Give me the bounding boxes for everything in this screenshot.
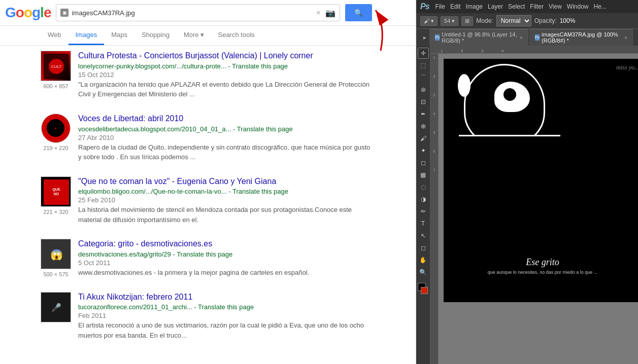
result-title[interactable]: Categoria: grito - desmotivaciones.es [78,239,212,248]
result-url[interactable]: tucorazonflorece.com/2011_01_archi... - … [78,303,375,311]
move-tool-icon[interactable]: ✛ [418,48,429,59]
ps-menu-image[interactable]: Image [466,3,483,10]
ps-canvas[interactable]: miss yo... Ese grito que aunque lo neces… [439,54,638,364]
thumb-size: 219 × 220 [43,145,68,151]
google-panel: Google ▣ × 📷 🔍 Web Images Maps Shopping … [0,0,416,364]
eraser-icon[interactable]: ◻ [418,157,429,168]
zoom-tool-icon[interactable]: 🔍 [418,267,429,278]
dodge-tool-icon[interactable]: ◑ [418,194,429,205]
thumb-image[interactable]: CULT [41,51,71,81]
result-date: 25 Feb 2010 [78,196,375,204]
result-thumbnail: CULT 600 × 857 [41,51,71,99]
nav-web[interactable]: Web [41,26,69,45]
miss-you-text: miss yo... [616,64,638,71]
ps-menu: File Edit Image Layer Select Filter View… [435,3,607,10]
ps-logo: Ps [420,2,429,11]
ps-tab-image[interactable]: Ps imagesCAM37RA.jpg @ 100% (RGB/8#) * × [529,29,633,46]
ps-tabs-area: ▸ Ps Untitled-1 @ 96.8% (Layer 14, RGB/8… [416,29,638,46]
nav-search-tools[interactable]: Search tools [211,26,262,45]
result-date: 15 Oct 2012 [78,71,375,79]
search-bar: ▣ × 📷 [56,4,340,21]
ruler-mark-3: 3 [481,49,501,53]
ps-tab-close[interactable]: × [624,35,627,41]
nav-images[interactable]: Images [69,26,105,45]
pen-tool-icon[interactable]: ✏ [418,206,429,217]
ps-tab-label: Untitled-1 @ 96.8% (Layer 14, RGB/8) * [442,31,518,44]
ps-tab-label: imagesCAM37RA.jpg @ 100% (RGB/8#) * [542,31,622,44]
path-selection-icon[interactable]: ↖ [418,230,429,241]
healing-brush-icon[interactable]: ⊕ [418,121,429,132]
thumb-image[interactable]: QUENO [41,176,71,207]
result-item: 😱 500 × 575 Categoria: grito - desmotiva… [41,239,375,277]
shape-tool-icon[interactable]: ◻ [418,242,429,253]
nav-bar: Web Images Maps Shopping More ▾ Search t… [0,26,416,46]
result-url[interactable]: lonelycorner-punky.blogspot.com/.../cult… [78,62,375,70]
ps-ruler-top: 1 2 3 4 [430,46,638,54]
ps-menu-help[interactable]: He... [594,3,607,10]
chevron-down-icon: ▾ [200,31,204,39]
result-title[interactable]: "Que no te coman la voz" - Eugenia Cano … [78,177,276,186]
thumb-image[interactable]: 🎤 [41,292,71,322]
ps-menu-layer[interactable]: Layer [488,3,503,10]
search-results: CULT 600 × 857 Cultura Protesta - Concie… [0,46,416,364]
camera-icon[interactable]: 📷 [325,8,335,18]
result-title[interactable]: Voces de Libertad: abril 2010 [78,114,183,123]
ps-tab-icon: Ps [535,34,540,41]
ps-menu-file[interactable]: File [435,3,445,10]
result-title[interactable]: Cultura Protesta - Conciertos Burjassot … [78,51,313,60]
ps-left-toolbar: ✛ ⬚ ⌒ ⊛ ⊡ ✒ ⊕ 🖌 ✦ ◻ ▦ ◌ ◑ ✏ T ↖ ◻ ✋ 🔍 [416,46,430,364]
nav-more[interactable]: More ▾ [177,26,211,45]
background-color-swatch[interactable] [421,287,428,294]
ps-tab-untitled[interactable]: Ps Untitled-1 @ 96.8% (Layer 14, RGB/8) … [429,29,528,46]
result-url[interactable]: desmotivaciones.es/tag/grito/29 - Transl… [78,250,375,258]
ps-menu-select[interactable]: Select [508,3,525,10]
ps-menu-view[interactable]: View [549,3,562,10]
result-snippet: "La organización ha tenido que APLAZAR e… [78,80,375,99]
ps-menu-window[interactable]: Window [567,3,589,10]
nav-shopping[interactable]: Shopping [135,26,177,45]
blur-tool-icon[interactable]: ◌ [418,181,429,193]
ps-main-area: ✛ ⬚ ⌒ ⊛ ⊡ ✒ ⊕ 🖌 ✦ ◻ ▦ ◌ ◑ ✏ T ↖ ◻ ✋ 🔍 [416,46,638,364]
ps-arrow-icon: ▸ [420,32,429,43]
ps-menu-bar: Ps File Edit Image Layer Select Filter V… [416,0,638,13]
ps-menu-filter[interactable]: Filter [530,3,544,10]
quick-select-tool-icon[interactable]: ⊛ [418,84,429,95]
thumb-image[interactable]: 😱 [41,239,71,269]
ps-canvas-area: 1 2 3 4 1 2 3 4 5 6 7 [430,46,638,364]
search-input[interactable] [72,9,311,17]
result-item: ● 219 × 220 Voces de Libertad: abril 201… [41,114,375,162]
type-tool-icon[interactable]: T [418,218,429,229]
brush-tool-icon[interactable]: 🖌 [418,133,429,144]
lasso-tool-icon[interactable]: ⌒ [418,72,429,83]
thumb-size: 221 × 320 [43,209,68,215]
search-close-button[interactable]: × [314,9,322,17]
ps-brush-size-button[interactable]: 54 ▾ [441,16,458,26]
clone-stamp-icon[interactable]: ✦ [418,145,429,156]
ps-brush-preset-button[interactable]: 🖌 ▾ [420,16,438,26]
ps-tab-close[interactable]: × [520,35,523,41]
nav-maps[interactable]: Maps [104,26,135,45]
result-url[interactable]: elquilombo.bligoo.com/.../Que-no-te-coma… [78,188,375,195]
marquee-tool-icon[interactable]: ⬚ [418,60,429,71]
eyedropper-icon[interactable]: ✒ [418,108,429,120]
ese-grito-title: Ese grito [526,257,559,268]
crop-tool-icon[interactable]: ⊡ [418,96,429,107]
result-snippet: Rapero de la ciudad de Quito, independie… [78,142,375,162]
ps-opacity-value: 100% [560,17,576,24]
ps-mode-select[interactable]: Normal [496,15,531,26]
result-snippet: www.desmotivaciones.es - la primera y la… [78,268,375,278]
search-button[interactable]: 🔍 [345,4,372,21]
hand-tool-icon[interactable]: ✋ [418,254,429,266]
ruler-mark-1: 1 [441,49,461,53]
result-content: "Que no te coman la voz" - Eugenia Cano … [78,176,375,225]
result-date: 5 Oct 2011 [78,259,375,267]
thumb-image[interactable]: ● [41,114,71,143]
thumb-size: 500 × 575 [43,271,68,277]
result-title[interactable]: Ti Akux Nikotzijan: febrero 2011 [78,293,192,301]
gradient-tool-icon[interactable]: ▦ [418,169,429,180]
ps-brush-settings-button[interactable]: ⊞ [461,16,473,26]
ps-image-document: miss yo... Ese grito que aunque lo neces… [444,59,638,302]
ps-menu-edit[interactable]: Edit [450,3,461,10]
google-logo[interactable]: Google [5,5,51,21]
result-url[interactable]: vocesdelibertadecua.blogspot.com/2010_04… [78,125,375,133]
